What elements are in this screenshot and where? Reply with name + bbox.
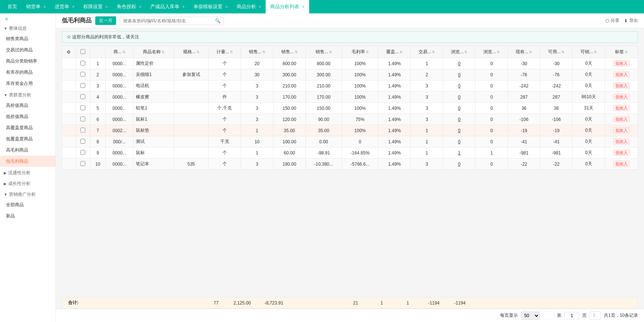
col-sales-price[interactable]: 销售...⇅ xyxy=(273,46,305,58)
row-checkbox[interactable] xyxy=(80,139,85,144)
row-checkbox[interactable] xyxy=(80,128,85,133)
row-checkbox[interactable] xyxy=(80,72,85,77)
table-row[interactable]: 10 0000... 笔记本 535 个 3 180.00 -10,380...… xyxy=(62,159,638,170)
nav-item-product-entry[interactable]: 产成品入库单 × xyxy=(146,0,189,13)
sidebar-item-all-goods[interactable]: 全部商品 xyxy=(0,199,55,210)
cell-checkbox[interactable] xyxy=(76,103,90,114)
sidebar-item-low-coverage[interactable]: 低覆盖度商品 xyxy=(0,133,55,144)
row-checkbox[interactable] xyxy=(80,150,85,155)
cell-checkbox[interactable] xyxy=(76,92,90,103)
table-row[interactable]: 4 0000... 橡皮擦 件 3 170.00 170.00 100% 1.4… xyxy=(62,92,638,103)
col-spec[interactable]: 规格...⇅ xyxy=(174,46,208,58)
table-row[interactable]: 6 0000... 鼠标1 个 3 120.00 90.00 75% 1.49%… xyxy=(62,114,638,125)
nav-close-product-analysis[interactable]: × xyxy=(259,4,261,9)
cell-checkbox[interactable] xyxy=(76,125,90,136)
nav-item-permission[interactable]: 权限设置 × xyxy=(79,0,112,13)
sidebar-group-circulation[interactable]: ▶ 流通性分析 xyxy=(0,167,55,178)
col-name[interactable]: 商品名称⇅ xyxy=(134,46,174,58)
nav-close-sales[interactable]: × xyxy=(44,4,46,9)
sidebar-item-high-margin[interactable]: 高毛利商品 xyxy=(0,144,55,156)
sidebar-group-cluster[interactable]: ▼ 类群度分析 xyxy=(0,89,55,100)
col-gross-rate[interactable]: 毛利率⇅ xyxy=(342,46,378,58)
sidebar-item-new-goods[interactable]: 新品 xyxy=(0,210,55,221)
table-row[interactable]: 1 0000... 属性定价 个 20 800.00 800.00 100% 1… xyxy=(62,58,638,69)
cell-checkbox[interactable] xyxy=(76,58,90,69)
sidebar-item-category-rate[interactable]: 商品分类助销率 xyxy=(0,55,55,67)
row-checkbox[interactable] xyxy=(80,161,85,166)
col-saleable[interactable]: 可销...⇅ xyxy=(573,46,605,58)
cell-browse1[interactable]: 0 xyxy=(443,114,475,125)
sidebar-collapse-btn[interactable]: « xyxy=(4,16,10,22)
cell-checkbox[interactable] xyxy=(76,159,90,170)
search-icon[interactable]: 🔍 xyxy=(215,18,221,23)
nav-close-template[interactable]: × xyxy=(225,4,228,9)
row-checkbox[interactable] xyxy=(80,105,85,110)
sidebar-item-stock-capital[interactable]: 库存资金占用 xyxy=(0,78,55,89)
nav-close-permission[interactable]: × xyxy=(106,4,108,9)
cell-browse1[interactable]: 0 xyxy=(443,80,475,92)
select-all-checkbox[interactable] xyxy=(80,49,85,54)
table-row[interactable]: 8 000/... 测试 千克 10 100.00 0.00 0 1.49% 1… xyxy=(62,136,638,147)
col-available[interactable]: 可用...⇅ xyxy=(540,46,573,58)
prev-page-button[interactable]: 〈 xyxy=(543,311,554,320)
cell-browse1[interactable]: 0 xyxy=(443,125,475,136)
table-row[interactable]: 2 0000... 吴细细1 参加复试 个 30 300.00 300.00 1… xyxy=(62,69,638,80)
col-unit[interactable]: 计量...⇅ xyxy=(208,46,241,58)
share-button[interactable]: ⬡ 分享 xyxy=(605,17,619,24)
row-checkbox[interactable] xyxy=(80,94,85,99)
sidebar-item-high-value[interactable]: 高价值商品 xyxy=(0,100,55,111)
sidebar-group-overall[interactable]: ▼ 整体信息 xyxy=(0,22,55,33)
col-transaction[interactable]: 交易...⇅ xyxy=(411,46,443,58)
col-coverage[interactable]: 覆盖...⇅ xyxy=(378,46,411,58)
page-size-select[interactable]: 50 100 xyxy=(521,312,540,320)
next-page-button[interactable]: 〉 xyxy=(590,311,601,320)
col-current[interactable]: 现有...⇅ xyxy=(508,46,540,58)
col-sales-qty[interactable]: 销售...⇅ xyxy=(241,46,273,58)
cell-checkbox[interactable] xyxy=(76,136,90,147)
cell-browse1[interactable]: 0 xyxy=(443,92,475,103)
sidebar-item-low-margin[interactable]: 低毛利商品 xyxy=(0,156,55,167)
sidebar-item-sales-goods[interactable]: 销售类商品 xyxy=(0,33,55,44)
export-button[interactable]: ⬇ 导出 xyxy=(624,17,638,24)
table-row[interactable]: 7 0002... 鼠标垫 个 1 35.00 35.00 100% 1.49%… xyxy=(62,125,638,136)
cell-checkbox[interactable] xyxy=(76,69,90,80)
sidebar-item-traded-goods[interactable]: 交易过的商品 xyxy=(0,44,55,55)
cell-checkbox[interactable] xyxy=(76,147,90,159)
search-input[interactable] xyxy=(123,18,215,23)
nav-item-sales[interactable]: 销货单 × xyxy=(22,0,50,13)
sidebar-group-marketing[interactable]: ▼ 营销推广分析 xyxy=(0,188,55,199)
sidebar-item-high-coverage[interactable]: 高覆盖度商品 xyxy=(0,122,55,133)
cell-browse1[interactable]: 0 xyxy=(443,136,475,147)
nav-close-role[interactable]: × xyxy=(139,4,141,9)
table-row[interactable]: 3 0000... 电话机 个 3 210.00 210.00 100% 1.4… xyxy=(62,80,638,92)
settings-icon[interactable]: ⚙ xyxy=(67,50,71,55)
row-checkbox[interactable] xyxy=(80,61,85,66)
nav-item-home[interactable]: 首页 xyxy=(3,0,22,13)
col-browse1[interactable]: 浏览...⇅ xyxy=(443,46,475,58)
row-checkbox[interactable] xyxy=(80,83,85,88)
col-sales-profit[interactable]: 销售...⇅ xyxy=(305,46,342,58)
cell-checkbox[interactable] xyxy=(76,80,90,92)
col-code[interactable]: 商...⇅ xyxy=(105,46,134,58)
sidebar-item-low-value[interactable]: 低价值商品 xyxy=(0,111,55,122)
nav-item-product-analysis[interactable]: 商品分析 × xyxy=(232,0,266,13)
nav-item-template[interactable]: 单据模板设置 × xyxy=(189,0,232,13)
cell-browse1[interactable]: 0 xyxy=(443,69,475,80)
sidebar-item-stock-goods[interactable]: 有库存的商品 xyxy=(0,67,55,78)
nav-close-product-entry[interactable]: × xyxy=(182,4,185,9)
nav-item-product-analysis-list[interactable]: 商品分析列表 × xyxy=(266,0,309,13)
cell-browse1[interactable]: 0 xyxy=(443,58,475,69)
cell-browse1[interactable]: 1 xyxy=(443,147,475,159)
nav-close-product-analysis-list[interactable]: × xyxy=(302,4,304,9)
col-settings[interactable]: ⚙ xyxy=(62,46,76,58)
table-container[interactable]: ⚙ 商...⇅ 商品名称⇅ 规格...⇅ 计量...⇅ 销售...⇅ 销售...… xyxy=(56,46,644,297)
nav-item-role[interactable]: 角色授权 × xyxy=(112,0,146,13)
time-filter-button[interactable]: 近一月 xyxy=(95,16,116,25)
table-row[interactable]: 9 0000... 鼠标 个 1 60.00 -98.91 -164.85% 1… xyxy=(62,147,638,159)
cell-browse1[interactable]: 0 xyxy=(443,159,475,170)
page-number-input[interactable] xyxy=(564,312,579,319)
col-browse2[interactable]: 浏览...⇅ xyxy=(475,46,508,58)
col-tag[interactable]: 标签⇅ xyxy=(605,46,638,58)
sidebar-group-growth[interactable]: ▶ 成长性分析 xyxy=(0,178,55,188)
row-checkbox[interactable] xyxy=(80,117,85,121)
